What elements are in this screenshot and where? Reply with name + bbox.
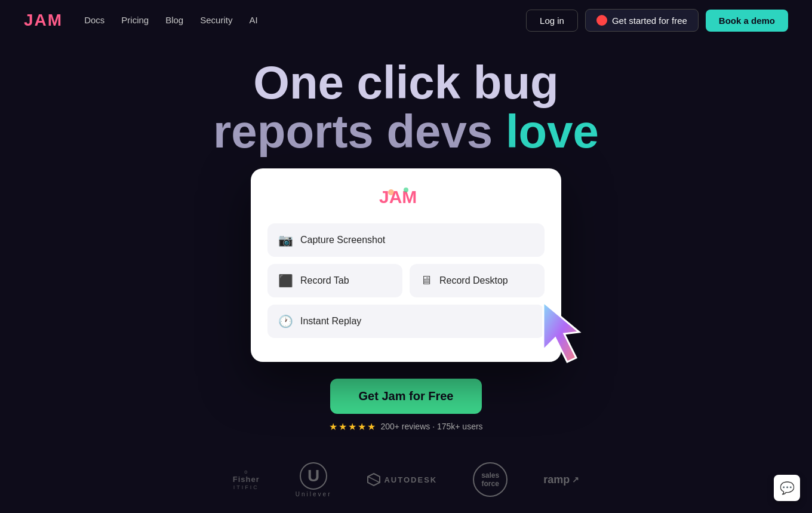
- card-logo: JAM: [267, 186, 545, 210]
- autodesk-logo: AUTODESK: [367, 473, 437, 486]
- svg-point-2: [404, 188, 408, 192]
- card-logo-svg: JAM: [379, 186, 433, 208]
- record-desktop-label: Record Desktop: [439, 275, 508, 286]
- capture-screenshot-label: Capture Screenshot: [300, 235, 385, 245]
- book-demo-button[interactable]: Book a demo: [706, 10, 788, 32]
- nav-blog[interactable]: Blog: [165, 15, 183, 25]
- instant-replay-label: Instant Replay: [300, 316, 361, 327]
- logo-text: JAM: [24, 11, 63, 30]
- svg-point-1: [388, 189, 394, 195]
- chat-icon: 💬: [780, 481, 795, 495]
- unilever-logo: U Unilever: [296, 462, 332, 497]
- autodesk-icon: [367, 473, 380, 486]
- nav-ai[interactable]: AI: [249, 15, 257, 25]
- review-text: 200+ reviews · 175k+ users: [380, 422, 482, 431]
- record-desktop-icon: 🖥: [420, 274, 432, 287]
- cta-section: Get Jam for Free ★★★★★ 200+ reviews · 17…: [329, 379, 482, 432]
- record-tab-label: Record Tab: [300, 275, 349, 286]
- ramp-arrow-icon: ↗: [572, 475, 579, 484]
- fisher-logo: о Fisher ITIFIC: [233, 469, 260, 491]
- ramp-text: ramp: [543, 474, 570, 486]
- autodesk-text: AUTODESK: [384, 475, 437, 484]
- instant-replay-row: 🕐 Instant Replay: [267, 305, 545, 338]
- hero-line2-start: reports devs: [213, 105, 506, 158]
- hero-title: One click bug reports devs love: [213, 59, 599, 156]
- nav-links: Docs Pricing Blog Security AI: [84, 15, 257, 26]
- product-card-wrapper: JAM 📷 Capture Screenshot ⬛ Record Tab 🖥: [251, 168, 561, 362]
- nav-pricing[interactable]: Pricing: [121, 15, 149, 25]
- salesforce-logo: salesforce: [473, 462, 508, 497]
- hero-line1: One click bug: [253, 56, 558, 109]
- capture-screenshot-row: 📷 Capture Screenshot: [267, 223, 545, 257]
- salesforce-text: salesforce: [481, 471, 499, 489]
- dot-icon: [596, 15, 607, 26]
- logo[interactable]: JAM: [24, 11, 63, 30]
- get-started-button[interactable]: Get started for free: [585, 9, 699, 32]
- nav-right: Log in Get started for free Book a demo: [526, 9, 788, 32]
- unilever-name: Unilever: [296, 491, 332, 497]
- product-card: JAM 📷 Capture Screenshot ⬛ Record Tab 🖥: [251, 168, 561, 362]
- ramp-logo: ramp ↗: [543, 474, 579, 486]
- navbar: JAM Docs Pricing Blog Security AI Log in…: [0, 0, 812, 41]
- record-tab-button[interactable]: ⬛ Record Tab: [267, 264, 402, 297]
- unilever-u-symbol: U: [300, 462, 327, 490]
- svg-line-5: [368, 477, 380, 483]
- camera-icon: 📷: [278, 233, 293, 247]
- hero-line2: reports devs love: [213, 105, 599, 158]
- hero-love: love: [506, 105, 599, 158]
- record-desktop-button[interactable]: 🖥 Record Desktop: [410, 264, 545, 297]
- replay-icon: 🕐: [278, 314, 293, 328]
- nav-docs[interactable]: Docs: [84, 15, 104, 25]
- nav-security[interactable]: Security: [200, 15, 232, 25]
- logos-section: о Fisher ITIFIC U Unilever AUTODESK sale…: [0, 438, 812, 509]
- instant-replay-button[interactable]: 🕐 Instant Replay: [267, 305, 545, 338]
- cta-button[interactable]: Get Jam for Free: [330, 379, 482, 414]
- chat-bubble[interactable]: 💬: [774, 475, 800, 501]
- reviews-row: ★★★★★ 200+ reviews · 175k+ users: [329, 421, 482, 432]
- record-tab-icon: ⬛: [278, 274, 293, 288]
- svg-text:JAM: JAM: [379, 187, 417, 207]
- stars: ★★★★★: [329, 421, 377, 432]
- capture-screenshot-button[interactable]: 📷 Capture Screenshot: [267, 223, 545, 257]
- fisher-text: о Fisher ITIFIC: [233, 469, 260, 491]
- hero-section: One click bug reports devs love JAM 📷 Ca…: [0, 41, 812, 432]
- record-row: ⬛ Record Tab 🖥 Record Desktop: [267, 264, 545, 297]
- nav-left: JAM Docs Pricing Blog Security AI: [24, 11, 258, 30]
- login-button[interactable]: Log in: [526, 10, 578, 32]
